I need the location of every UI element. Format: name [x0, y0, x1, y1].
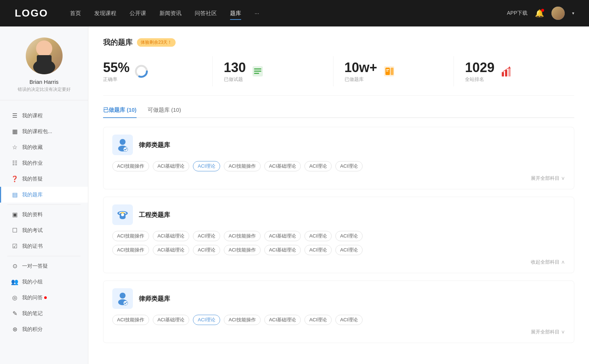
star-icon: ☆	[11, 144, 18, 151]
package-icon: ▦	[11, 128, 18, 135]
nav-news[interactable]: 新闻资讯	[159, 8, 181, 18]
qbank-card-engineer1: 工程类题库 ACI技能操作 ACI基础理论 ACI理论 ACI技能操作 ACI基…	[103, 197, 574, 273]
sidebar-item-one-on-one[interactable]: ⊙ 一对一答疑	[0, 258, 88, 274]
sidebar-item-certificates[interactable]: ☑ 我的证书	[0, 238, 88, 254]
qbank-card-lawyer1: 律师类题库 ACI技能操作 ACI基础理论 ACI理论 ACI技能操作 ACI基…	[103, 127, 574, 189]
tag-eng1-r1-2[interactable]: ACI理论	[193, 231, 220, 241]
qa-notification-dot	[44, 296, 47, 299]
sidebar-item-answers[interactable]: ❓ 我的答疑	[0, 171, 88, 187]
tag-eng1-r2-1[interactable]: ACI基础理论	[153, 245, 190, 255]
qbank-title-lawyer1: 律师类题库	[139, 141, 170, 149]
sidebar-item-homework[interactable]: ☷ 我的作业	[0, 155, 88, 171]
list-icon	[250, 64, 265, 79]
sidebar-label-one-on-one: 一对一答疑	[22, 263, 48, 270]
stat-accuracy-left: 55% 正确率	[103, 60, 130, 83]
tag-lawyer1-3[interactable]: ACI技能操作	[224, 161, 261, 171]
collapse-link-engineer1[interactable]: 收起全部科目 ∧	[112, 259, 565, 265]
stat-ranking-left: 1029 全站排名	[465, 60, 494, 83]
sidebar-item-course-packages[interactable]: ▦ 我的课程包...	[0, 124, 88, 139]
sidebar-label-favorites: 我的收藏	[22, 144, 43, 151]
sidebar-item-exams[interactable]: ☐ 我的考试	[0, 222, 88, 238]
app-download-button[interactable]: APP下载	[507, 10, 528, 17]
stat-done-banks: 10w+ 已做题库	[345, 56, 454, 86]
sidebar-label-groups: 我的小组	[22, 279, 43, 285]
points-icon: ⊛	[11, 326, 18, 333]
tag-eng1-r2-2[interactable]: ACI理论	[193, 245, 220, 255]
sidebar-item-profile-data[interactable]: ▣ 我的资料	[0, 207, 88, 222]
profile-name: Brian Harris	[29, 79, 59, 85]
tag-lawyer1-5[interactable]: ACI理论	[304, 161, 332, 171]
tag-lawyer2-0[interactable]: ACI技能操作	[112, 315, 149, 325]
tag-lawyer2-2[interactable]: ACI理论	[193, 315, 220, 325]
tag-eng1-r1-0[interactable]: ACI技能操作	[112, 231, 149, 241]
sidebar-label-points: 我的积分	[22, 326, 43, 333]
engineer-svg-1	[115, 207, 130, 222]
tag-lawyer2-3[interactable]: ACI技能操作	[224, 315, 261, 325]
expand-link-lawyer1[interactable]: 展开全部科目 ∨	[112, 175, 565, 182]
sidebar-item-my-qa[interactable]: ◎ 我的问答	[0, 290, 88, 306]
notification-bell[interactable]: 🔔	[535, 9, 544, 18]
groups-icon: 👥	[11, 278, 18, 285]
nav-qbank[interactable]: 题库	[230, 8, 241, 18]
tag-eng1-r1-3[interactable]: ACI技能操作	[224, 231, 261, 241]
main-layout: Brian Harris 错误的决定比没有决定要好 ☰ 我的课程 ▦ 我的课程包…	[0, 26, 589, 364]
tag-eng1-r2-5[interactable]: ACI理论	[304, 245, 332, 255]
nav-discover[interactable]: 发现课程	[94, 8, 116, 18]
homework-icon: ☷	[11, 160, 18, 167]
tag-lawyer2-5[interactable]: ACI理论	[304, 315, 332, 325]
tab-available-banks[interactable]: 可做题库 (10)	[148, 107, 181, 117]
avatar-image	[551, 7, 565, 20]
svg-point-0	[36, 40, 52, 57]
nav-qa[interactable]: 问答社区	[195, 8, 217, 18]
qbank-header-engineer1: 工程类题库	[112, 204, 565, 225]
nav-more[interactable]: ···	[254, 8, 259, 18]
tag-eng1-r2-4[interactable]: ACI基础理论	[264, 245, 301, 255]
svg-point-25	[120, 216, 126, 219]
tag-lawyer1-6[interactable]: ACI理论	[335, 161, 363, 171]
tag-lawyer2-1[interactable]: ACI基础理论	[153, 315, 190, 325]
tags-row-lawyer2: ACI技能操作 ACI基础理论 ACI理论 ACI技能操作 ACI基础理论 AC…	[112, 315, 565, 325]
sidebar-label-notes: 我的笔记	[22, 310, 43, 317]
trial-badge: 体验剩余23天！	[137, 38, 176, 47]
sidebar-item-groups[interactable]: 👥 我的小组	[0, 274, 88, 290]
main-nav: 首页 发现课程 公开课 新闻资讯 问答社区 题库 ···	[70, 8, 507, 18]
expand-link-lawyer2[interactable]: 展开全部科目 ∨	[112, 329, 565, 335]
tag-lawyer1-0[interactable]: ACI技能操作	[112, 161, 149, 171]
stat-banks-number: 10w+	[345, 60, 377, 75]
tag-lawyer1-1[interactable]: ACI基础理论	[153, 161, 190, 171]
nav-open-course[interactable]: 公开课	[130, 8, 146, 18]
svg-marker-17	[508, 66, 511, 68]
avatar[interactable]	[551, 7, 565, 20]
one-on-one-icon: ⊙	[11, 263, 18, 270]
qbank-header-lawyer1: 律师类题库	[112, 135, 565, 155]
stat-ranking-label: 全站排名	[465, 76, 494, 83]
svg-rect-8	[254, 73, 259, 74]
tag-eng1-r2-3[interactable]: ACI技能操作	[224, 245, 261, 255]
tab-done-banks[interactable]: 已做题库 (10)	[103, 107, 137, 117]
sidebar-item-notes[interactable]: ✎ 我的笔记	[0, 306, 88, 321]
tag-eng1-r2-6[interactable]: ACI理论	[335, 245, 363, 255]
tag-eng1-r1-6[interactable]: ACI理论	[335, 231, 363, 241]
sidebar-item-my-courses[interactable]: ☰ 我的课程	[0, 108, 88, 124]
stat-accuracy-number: 55%	[103, 60, 130, 75]
sidebar-label-course-packages: 我的课程包...	[22, 128, 52, 135]
profile-data-icon: ▣	[11, 211, 18, 218]
sidebar-menu: ☰ 我的课程 ▦ 我的课程包... ☆ 我的收藏 ☷ 我的作业 ❓ 我的答疑 ▤…	[0, 104, 88, 341]
tag-eng1-r1-4[interactable]: ACI基础理论	[264, 231, 301, 241]
tags-row-engineer1-row2: ACI技能操作 ACI基础理论 ACI理论 ACI技能操作 ACI基础理论 AC…	[112, 245, 565, 255]
page-title-row: 我的题库 体验剩余23天！	[103, 38, 574, 47]
nav-home[interactable]: 首页	[70, 8, 81, 18]
sidebar-item-favorites[interactable]: ☆ 我的收藏	[0, 139, 88, 155]
tag-eng1-r1-5[interactable]: ACI理论	[304, 231, 332, 241]
tag-lawyer1-4[interactable]: ACI基础理论	[264, 161, 301, 171]
tag-lawyer2-4[interactable]: ACI基础理论	[264, 315, 301, 325]
avatar-dropdown-chevron[interactable]: ▾	[572, 11, 574, 16]
qbank-title-engineer1: 工程类题库	[139, 211, 170, 219]
tag-lawyer2-6[interactable]: ACI理论	[335, 315, 363, 325]
sidebar-item-qbank[interactable]: ▤ 我的题库	[0, 187, 88, 203]
sidebar-label-qbank: 我的题库	[22, 192, 43, 198]
tag-lawyer1-2[interactable]: ACI理论	[193, 161, 220, 171]
tag-eng1-r1-1[interactable]: ACI基础理论	[153, 231, 190, 241]
sidebar-item-points[interactable]: ⊛ 我的积分	[0, 321, 88, 337]
tag-eng1-r2-0[interactable]: ACI技能操作	[112, 245, 149, 255]
